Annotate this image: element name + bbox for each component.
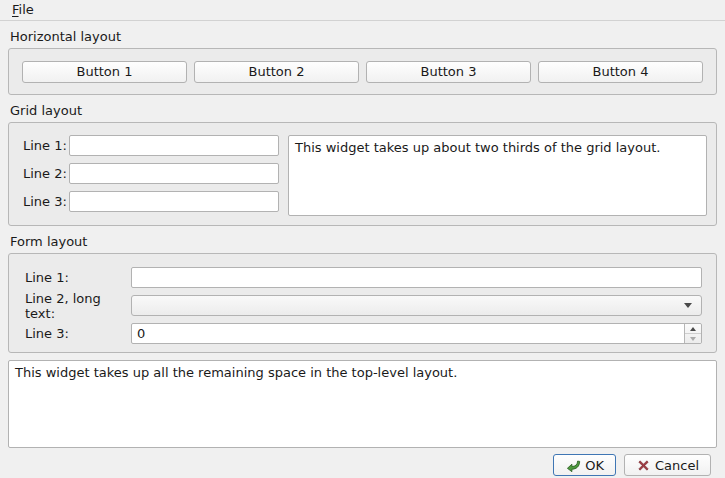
dialog-button-row: OK Cancel (8, 448, 717, 476)
button-4[interactable]: Button 4 (538, 61, 703, 83)
ok-button-label: OK (585, 458, 604, 473)
grid-line2-label: Line 2: (23, 166, 69, 181)
grid-line3-label: Line 3: (23, 194, 69, 209)
horizontal-layout-group: Button 1 Button 2 Button 3 Button 4 (8, 48, 717, 95)
form-row-2: Line 2, long text: (25, 295, 702, 316)
menubar: File (0, 0, 725, 21)
grid-line1-input[interactable] (69, 135, 279, 156)
form-row-3: Line 3: (25, 323, 702, 344)
ok-arrow-icon (565, 457, 581, 473)
cancel-button-label: Cancel (655, 458, 699, 473)
form-layout-group: Line 1: Line 2, long text: Line 3: (8, 253, 717, 353)
bottom-text-edit[interactable]: This widget takes up all the remaining s… (8, 360, 717, 448)
spin-down-button[interactable] (685, 334, 701, 343)
grid-fields: Line 1: Line 2: Line 3: (23, 135, 279, 216)
menu-file-label: ile (19, 2, 34, 17)
form-line2-label: Line 2, long text: (25, 291, 131, 321)
spinbox-buttons (684, 324, 701, 343)
grid-line2-input[interactable] (69, 163, 279, 184)
chevron-down-icon (684, 303, 692, 308)
spinbox-input[interactable] (131, 323, 702, 344)
form-line1-label: Line 1: (25, 270, 131, 285)
grid-line3-input[interactable] (69, 191, 279, 212)
dialog-content: Horizontal layout Button 1 Button 2 Butt… (0, 29, 725, 476)
grid-row-1: Line 1: (23, 135, 279, 156)
horizontal-layout-title: Horizontal layout (10, 29, 717, 45)
grid-row-2: Line 2: (23, 163, 279, 184)
form-layout-title: Form layout (10, 234, 717, 250)
form-row-1: Line 1: (25, 267, 702, 288)
grid-row-3: Line 3: (23, 191, 279, 212)
cancel-x-icon (636, 458, 651, 473)
grid-line1-label: Line 1: (23, 138, 69, 153)
menu-file[interactable]: File (5, 1, 41, 19)
ok-button[interactable]: OK (553, 454, 616, 476)
cancel-button[interactable]: Cancel (624, 454, 711, 476)
form-line3-label: Line 3: (25, 326, 131, 341)
triangle-down-icon (690, 337, 696, 341)
form-line1-input[interactable] (131, 267, 702, 288)
grid-text-edit[interactable]: This widget takes up about two thirds of… (288, 135, 707, 216)
form-line3-spinbox[interactable] (131, 323, 702, 344)
spin-up-button[interactable] (685, 324, 701, 334)
button-3[interactable]: Button 3 (366, 61, 531, 83)
button-1[interactable]: Button 1 (22, 61, 187, 83)
button-2[interactable]: Button 2 (194, 61, 359, 83)
triangle-up-icon (690, 327, 696, 331)
grid-layout-title: Grid layout (10, 103, 717, 119)
dialog-window: File Horizontal layout Button 1 Button 2… (0, 0, 725, 478)
form-line2-combobox[interactable] (131, 295, 702, 316)
grid-layout-group: Line 1: Line 2: Line 3: This widget take… (8, 122, 717, 226)
